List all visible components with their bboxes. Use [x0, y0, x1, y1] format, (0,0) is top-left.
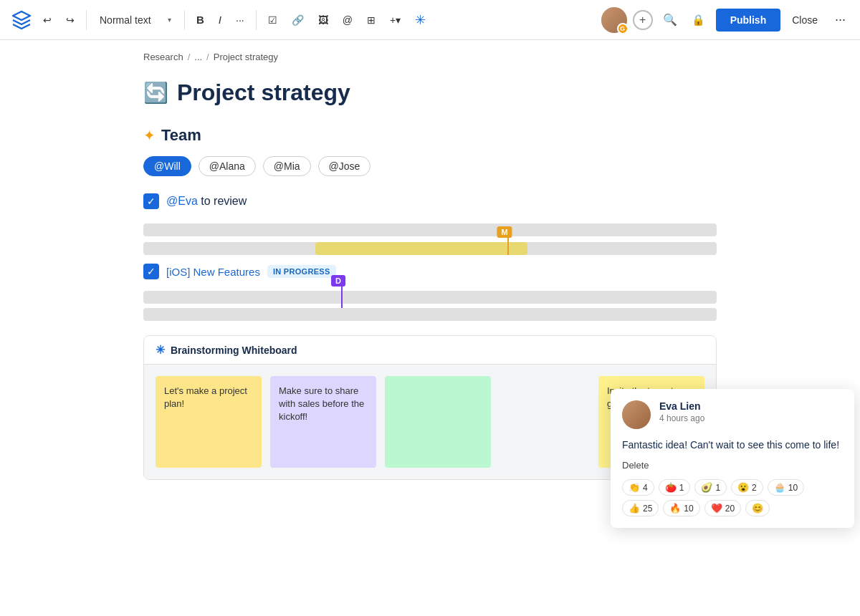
comment-meta: Eva Lien 4 hours ago: [659, 400, 704, 423]
avocado-emoji: 🥑: [701, 482, 712, 493]
sparkle-icon: ✦: [143, 127, 156, 144]
team-section-title: Team: [161, 126, 201, 145]
chart-d-area: D: [143, 291, 717, 321]
comment-header: Eva Lien 4 hours ago: [622, 400, 843, 429]
redo-button[interactable]: ↪: [60, 9, 80, 32]
clap-emoji: 👏: [629, 482, 640, 493]
comment-body: Fantastic idea! Can't wait to see this c…: [622, 438, 843, 453]
image-button[interactable]: 🖼: [312, 9, 334, 32]
toolbar: ↩ ↪ Normal text ▾ B I ··· ☑ 🔗 🖼 @ ⊞ +▾ ✳: [0, 0, 860, 40]
chart-bar-row-4: [143, 308, 717, 321]
lock-button[interactable]: 🔒: [687, 9, 710, 32]
divider-2: [184, 10, 185, 30]
heart-emoji: ❤️: [711, 503, 722, 514]
chart-bar-row-2: M: [143, 242, 717, 255]
chart-bar-row-1: [143, 223, 717, 236]
link-button[interactable]: 🔗: [286, 9, 310, 32]
reaction-thumbsup[interactable]: 👍 25: [622, 500, 659, 516]
ios-task-text[interactable]: [iOS] New Features: [166, 266, 260, 278]
task-mention[interactable]: @Eva: [166, 195, 198, 207]
more-text-options-button[interactable]: ···: [230, 9, 250, 32]
sticky-note-3: [385, 376, 491, 468]
close-button[interactable]: Close: [786, 11, 823, 29]
content-area: 🔄 Project strategy ✦ Team @Will @Alana @…: [0, 80, 860, 480]
team-tag-alana[interactable]: @Alana: [199, 156, 256, 176]
breadcrumb-ellipsis[interactable]: ...: [194, 52, 202, 62]
check-icon: ☑: [268, 14, 277, 26]
divider-1: [86, 10, 87, 30]
divider-3: [256, 10, 257, 30]
breadcrumb-root[interactable]: Research: [143, 52, 183, 62]
table-button[interactable]: ⊞: [361, 9, 381, 32]
sticky-note-2: Make sure to share with sales before the…: [270, 376, 376, 468]
toolbar-right: G + 🔍 🔒 Publish Close ···: [601, 7, 851, 33]
undo-button[interactable]: ↩: [37, 9, 57, 32]
reaction-tomato[interactable]: 🍅 1: [659, 479, 691, 496]
add-collaborator-button[interactable]: +: [633, 10, 653, 30]
mention-button[interactable]: @: [337, 9, 358, 32]
avatar-group: G: [601, 7, 627, 33]
image-icon: 🖼: [318, 14, 328, 26]
reaction-avocado[interactable]: 🥑 1: [694, 479, 727, 496]
board-title: Brainstorming Whiteboard: [171, 345, 297, 356]
redo-icon: ↪: [66, 14, 75, 26]
reaction-cupcake[interactable]: 🧁 10: [768, 479, 804, 496]
reaction-surprised[interactable]: 😮 2: [731, 479, 763, 496]
page-title-icon: 🔄: [143, 81, 168, 105]
link-icon: 🔗: [292, 14, 304, 26]
page-title-row: 🔄 Project strategy: [143, 80, 717, 106]
ios-task-row: ✓ [iOS] New Features IN PROGRESS: [143, 264, 717, 279]
team-tag-will[interactable]: @Will: [143, 156, 191, 176]
page-title: Project strategy: [177, 80, 350, 106]
fire-emoji: 🔥: [669, 503, 681, 514]
chevron-down-icon: ▾: [168, 16, 171, 24]
italic-button[interactable]: I: [213, 9, 227, 32]
ios-task-checkbox[interactable]: ✓: [143, 264, 159, 279]
comment-delete-button[interactable]: Delete: [622, 460, 843, 471]
task-button[interactable]: ☑: [262, 9, 283, 32]
ios-status-badge: IN PROGRESS: [267, 265, 336, 278]
logo-button[interactable]: [9, 7, 34, 33]
team-section-heading: ✦ Team: [143, 126, 717, 145]
reaction-smile[interactable]: 😊: [745, 500, 770, 516]
reaction-clap[interactable]: 👏 4: [622, 479, 654, 496]
more-options-button[interactable]: ···: [829, 9, 851, 30]
chart-marker-d: D: [331, 275, 345, 287]
chart-area: M: [143, 223, 717, 255]
emoji-reactions: 👏 4 🍅 1 🥑 1 😮 2 🧁 10 👍 25: [622, 479, 843, 516]
ai-button[interactable]: ✳: [409, 9, 431, 32]
team-tag-jose[interactable]: @Jose: [318, 156, 371, 176]
publish-button[interactable]: Publish: [716, 9, 781, 32]
search-button[interactable]: 🔍: [659, 9, 682, 32]
breadcrumb: Research / ... / Project strategy: [0, 40, 860, 68]
reaction-heart[interactable]: ❤️ 20: [704, 500, 741, 516]
table-icon: ⊞: [367, 14, 376, 26]
task-text: @Eva to review: [166, 195, 247, 208]
reaction-fire[interactable]: 🔥 10: [663, 500, 699, 516]
chart-bar-row-3: D: [143, 291, 717, 304]
sticky-note-1: Let's make a project plan!: [156, 376, 262, 468]
ai-icon: ✳: [415, 12, 426, 28]
chart-marker-m: M: [497, 226, 512, 238]
at-icon: @: [343, 14, 353, 26]
search-icon: 🔍: [663, 13, 677, 27]
tomato-emoji: 🍅: [665, 482, 677, 493]
insert-button[interactable]: +▾: [384, 9, 406, 32]
lock-icon: 🔒: [692, 14, 705, 27]
text-style-dropdown[interactable]: Normal text ▾: [92, 9, 178, 32]
plus-icon: +▾: [390, 14, 401, 26]
bold-button[interactable]: B: [191, 9, 210, 32]
text-style-label: Normal text: [100, 14, 151, 26]
comment-time: 4 hours ago: [659, 413, 704, 423]
smile-emoji: 😊: [752, 503, 763, 514]
team-tags: @Will @Alana @Mia @Jose: [143, 156, 717, 176]
board-icon: ✳: [156, 343, 165, 357]
breadcrumb-current: Project strategy: [214, 52, 278, 62]
undo-icon: ↩: [43, 14, 52, 26]
team-tag-mia[interactable]: @Mia: [263, 156, 311, 176]
comment-author-name: Eva Lien: [659, 400, 704, 412]
task-checkbox[interactable]: ✓: [143, 193, 159, 209]
avatar-badge: G: [617, 23, 629, 34]
chart-fill-yellow: [315, 242, 527, 255]
board-header: ✳ Brainstorming Whiteboard: [144, 336, 716, 365]
